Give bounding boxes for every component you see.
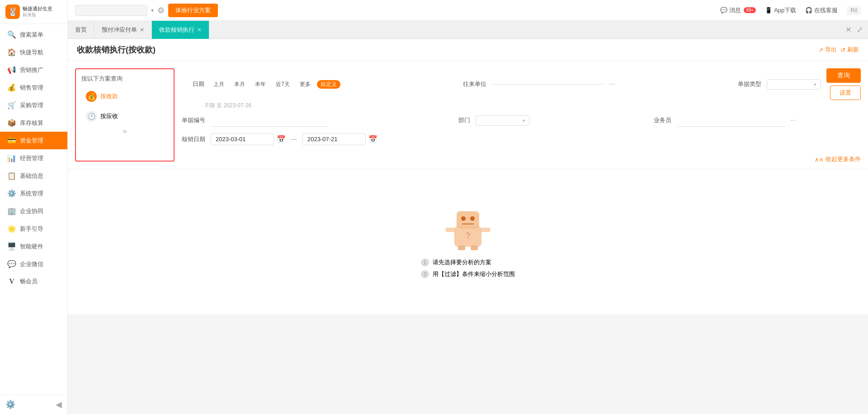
sidebar-item-hardware[interactable]: 🖥️ 智能硬件: [0, 238, 67, 255]
filter-settings-button[interactable]: 设置: [830, 86, 861, 100]
tab-close-prepay[interactable]: ✕: [140, 27, 144, 33]
solution-button[interactable]: 体验行业方案: [168, 4, 218, 17]
tip-num-2: 2: [421, 270, 429, 278]
employee-input-area: [677, 114, 785, 127]
employee-more-icon[interactable]: ···: [791, 116, 797, 124]
member-icon: V: [7, 277, 16, 286]
filter-option-by-receivable[interactable]: 🕐 按应收: [81, 107, 168, 125]
search-icon: 🔍: [7, 30, 16, 39]
dept-arrow-icon: ▾: [523, 118, 525, 123]
tab-receipt-verify[interactable]: 收款核销执行 ✕: [152, 21, 209, 39]
doc-type-dropdown[interactable]: ▾: [767, 79, 821, 90]
sidebar-item-sales[interactable]: 💰 销售管理: [0, 79, 67, 96]
svg-rect-1: [457, 211, 479, 228]
sidebar-item-guide[interactable]: 🌟 新手引导: [0, 220, 67, 238]
collapse-left-panel-btn[interactable]: »: [81, 127, 168, 135]
settings-icon[interactable]: ⚙: [157, 5, 165, 15]
date-this-year-btn[interactable]: 本年: [251, 80, 269, 89]
sidebar-item-label: 搜索菜单: [20, 31, 43, 39]
refresh-button[interactable]: ↺ 刷新: [840, 46, 859, 54]
main-content: ▾ ⚙ 体验行业方案 💬 消息 99+ 📱 App下载 🎧 在线客服 Rit 首…: [68, 0, 868, 414]
sidebar-item-label: 销售管理: [20, 84, 43, 92]
customer-service-action[interactable]: 🎧 在线客服: [805, 6, 838, 14]
sidebar-item-label: 系统管理: [20, 190, 43, 198]
page-title: 收款核销执行(按收款): [77, 44, 156, 55]
chevron-up-icon: ∧∧: [815, 156, 824, 163]
svg-point-3: [470, 216, 475, 221]
user-info[interactable]: Rit: [847, 6, 861, 15]
sidebar-logo: 🐰 畅捷通好生意 标准版: [0, 0, 67, 24]
collapse-sidebar-icon[interactable]: ◀: [56, 400, 62, 409]
sidebar-item-system[interactable]: ⚙️ 系统管理: [0, 185, 67, 202]
robot-svg: ?: [441, 206, 495, 251]
sidebar-item-label: 经营管理: [20, 154, 43, 162]
sidebar-item-label: 新手引导: [20, 225, 43, 233]
tab-home[interactable]: 首页: [68, 21, 94, 39]
export-icon: ↗: [818, 47, 823, 53]
tab-bar: 首页 预付冲应付单 ✕ 收款核销执行 ✕ ✕ ⤢: [68, 21, 868, 39]
logo-title: 畅捷通好生意: [23, 5, 52, 12]
filter-option-by-receipt[interactable]: 💰 按收款: [81, 87, 168, 105]
doc-no-input-area: [211, 114, 328, 127]
department-dropdown[interactable]: ▾: [476, 115, 530, 126]
date-more-btn[interactable]: 更多: [296, 80, 314, 89]
collapse-more-label: 收起更多条件: [826, 155, 861, 163]
sidebar-item-operation[interactable]: 📊 经营管理: [0, 149, 67, 167]
sidebar-item-wechat[interactable]: 💬 企业微信: [0, 255, 67, 273]
date-quick-group: 上月 本月 本年 近7天 更多 自定义: [210, 80, 340, 89]
counterpart-input-area: [492, 84, 604, 85]
date-last-7days-btn[interactable]: 近7天: [272, 80, 293, 89]
settings-bottom-icon[interactable]: ⚙️: [5, 400, 15, 409]
message-action[interactable]: 💬 消息 99+: [720, 6, 756, 14]
sidebar-item-member[interactable]: V 畅会员: [0, 273, 67, 290]
top-header: ▾ ⚙ 体验行业方案 💬 消息 99+ 📱 App下载 🎧 在线客服 Rit: [68, 0, 868, 21]
logo-icon: 🐰: [5, 5, 20, 19]
receivable-option-icon: 🕐: [86, 111, 97, 122]
phone-icon: 📱: [765, 7, 772, 14]
brand-search-input[interactable]: [75, 5, 147, 16]
sidebar-item-label: 企业微信: [20, 260, 43, 268]
tab-close-receipt-verify[interactable]: ✕: [197, 27, 202, 33]
filter-area: 按以下方案查询 💰 按收款 🕐 按应收 » 日期 上月: [68, 61, 868, 169]
filter-row-1: 日期 上月 本月 本年 近7天 更多 自定义 往来单位 ··· 单据类型: [182, 68, 861, 100]
date-this-month-btn[interactable]: 本月: [231, 80, 249, 89]
date-last-month-btn[interactable]: 上月: [210, 80, 228, 89]
tab-receipt-verify-label: 收款核销执行: [159, 26, 194, 34]
sidebar-item-marketing[interactable]: 📢 营销推广: [0, 61, 67, 79]
guide-icon: 🌟: [7, 224, 16, 233]
filter-left-panel: 按以下方案查询 💰 按收款 🕐 按应收 »: [75, 68, 175, 162]
page-body: 收款核销执行(按收款) ↗ 导出 ↺ 刷新 按以下方案查询 💰 按收款: [68, 39, 868, 414]
query-button[interactable]: 查询: [826, 68, 861, 83]
sidebar-item-inventory[interactable]: 📦 库存核算: [0, 114, 67, 132]
verify-date-end-cal-icon[interactable]: 📅: [368, 135, 377, 143]
sidebar-item-quick-nav[interactable]: 🏠 快捷导航: [0, 43, 67, 61]
sidebar-item-purchase[interactable]: 🛒 采购管理: [0, 96, 67, 114]
date-separator: —: [291, 136, 297, 143]
verify-date-start-cal-icon[interactable]: 📅: [277, 135, 286, 143]
export-button[interactable]: ↗ 导出: [818, 46, 837, 54]
system-icon: ⚙️: [7, 189, 16, 198]
sidebar-item-enterprise[interactable]: 🏢 企业协同: [0, 202, 67, 220]
refresh-label: 刷新: [847, 46, 859, 54]
message-label: 消息: [729, 6, 741, 14]
tab-prepay[interactable]: 预付冲应付单 ✕: [94, 21, 152, 39]
counterpart-label: 往来单位: [463, 80, 486, 88]
message-badge: 99+: [744, 7, 756, 13]
sidebar-item-finance[interactable]: 💳 资金管理: [0, 132, 67, 149]
refresh-icon: ↺: [840, 47, 845, 53]
counterpart-more-icon[interactable]: ···: [609, 80, 615, 88]
empty-tip-row-1: 1 请先选择要分析的方案: [421, 258, 515, 266]
header-dropdown-icon[interactable]: ▾: [151, 7, 154, 14]
customer-service-label: 在线客服: [814, 6, 838, 14]
verify-date-end-input[interactable]: [302, 133, 366, 145]
inventory-icon: 📦: [7, 119, 16, 127]
sidebar-item-search[interactable]: 🔍 搜索菜单: [0, 26, 67, 43]
filter-title: 按以下方案查询: [81, 75, 168, 83]
verify-date-start-input[interactable]: [211, 133, 274, 145]
collapse-more-btn[interactable]: ∧∧ 收起更多条件: [182, 152, 861, 169]
app-download-action[interactable]: 📱 App下载: [765, 6, 796, 14]
tab-expand-icon[interactable]: ⤢: [855, 24, 864, 36]
tab-close-all-icon[interactable]: ✕: [844, 24, 853, 36]
sidebar-item-basic[interactable]: 📋 基础信息: [0, 167, 67, 185]
doc-type-arrow-icon: ▾: [814, 82, 816, 87]
